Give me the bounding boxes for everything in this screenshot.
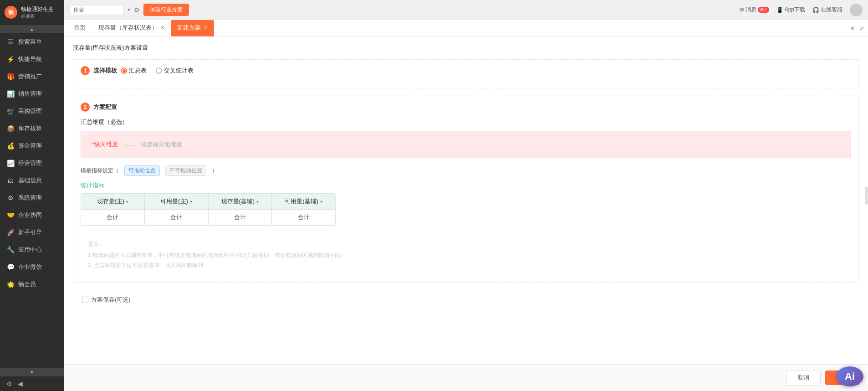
system-icon: ⚙ [6,194,15,202]
indicator-row: 模板指标设定（ 可拖动位置 不可拖动位置 ） [81,165,851,176]
sidebar-item-management[interactable]: 📈 经营管理 [0,154,64,172]
search-dropdown-icon[interactable]: ▾ [128,7,130,13]
settings-bottom-icon[interactable]: ⚙ [6,380,12,387]
expand-panel-button[interactable]: ⤢ [859,25,864,32]
sidebar-item-search[interactable]: ☰ 搜索菜单 [0,33,64,51]
cancel-button[interactable]: 取消 [786,370,821,386]
sidebar-nav: ☰ 搜索菜单 ⚡ 快捷导航 🎁 营销推广 📊 销售管理 🛒 采购管理 📦 库存核… [0,33,64,368]
indicator-suffix: ） [212,167,217,175]
messages-button[interactable]: ✉ 消息 99+ [740,6,769,14]
user-avatar[interactable] [850,4,863,16]
stats-col-0[interactable]: 现存量(主) ▾ [81,194,145,209]
sidebar-item-label: 搜索菜单 [18,38,42,46]
logo-icon: 畅 [5,6,17,19]
radio-summary[interactable]: 汇总表 [121,67,147,75]
dim-placeholder[interactable]: 请选择分组维度 [141,140,182,149]
stats-data-0: 合计 [81,209,145,225]
service-label: 在线客服 [821,6,842,14]
tips-item-1-text: 2. 点击标题栏下拉可设置排序、插入列和删除列 [88,262,203,268]
tab-home[interactable]: 首页 [67,20,92,36]
footer-bar: 取消 查询 [64,364,868,391]
search-input[interactable] [69,5,124,15]
sidebar-item-finance[interactable]: 💰 资金管理 [0,137,64,154]
app-download-button[interactable]: 📱 App下载 [776,6,805,14]
sidebar-item-label: 经营管理 [18,159,42,167]
tab-inventory-close[interactable]: ✕ [160,25,164,31]
sidebar-item-enterprise[interactable]: 🤝 企业协同 [0,206,64,224]
stats-col-2[interactable]: 现存量(基辅) ▾ [209,194,272,209]
inventory-icon: 📦 [6,124,15,133]
sidebar-item-basicinfo[interactable]: 🗂 基础信息 [0,172,64,189]
col-3-chevron: ▾ [320,199,322,204]
topbar-settings-icon[interactable]: ⚙ [134,6,140,14]
sidebar-item-wechat[interactable]: 💬 企业微信 [0,258,64,276]
close-panel-button[interactable]: ✕ [850,25,855,32]
management-icon: 📈 [6,159,15,167]
sidebar-item-system[interactable]: ⚙ 系统管理 [0,189,64,206]
trial-button[interactable]: 体验行业方案 [143,4,189,16]
sidebar-item-vip[interactable]: 🌟 畅会员 [0,276,64,293]
stats-col-3[interactable]: 可用量(基辅) ▾ [272,194,335,209]
page-title: 现存量(库存状况表)方案设置 [73,44,859,52]
sidebar-item-label: 畅会员 [18,280,36,288]
sidebar-item-label: 企业协同 [18,211,42,219]
sidebar-scroll-up[interactable]: ▲ [0,26,64,33]
basicinfo-icon: 🗂 [6,176,15,185]
online-service-button[interactable]: 🎧 在线客服 [812,6,842,14]
indicator-fixed: 不可拖动位置 [165,165,206,176]
step2-badge: 2 [81,103,90,112]
resize-handle[interactable] [865,186,868,205]
sidebar-item-label: 系统管理 [18,194,42,202]
sidebar-item-quicknav[interactable]: ⚡ 快捷导航 [0,51,64,68]
save-label: 方案保存(可选) [91,296,131,304]
stats-label: 统计指标 [81,181,851,190]
stats-col-0-label: 现存量(主) [97,197,125,206]
tab-home-label: 首页 [74,24,86,32]
enterprise-icon: 🤝 [6,211,15,219]
collapse-icon[interactable]: ◀ [18,380,23,387]
sales-icon: 📊 [6,90,15,98]
stats-col-3-label: 可用量(基辅) [285,197,318,206]
radio-summary-label: 汇总表 [129,67,147,75]
step2-header: 2 方案配置 [81,103,851,112]
save-checkbox[interactable] [82,297,88,303]
indicator-label: 模板指标设定（ [81,167,119,175]
app-edition: 标准版 [21,13,54,20]
message-icon: ✉ [740,7,744,13]
msg-label: 消息 [745,6,756,14]
search-menu-icon: ☰ [6,38,15,46]
tab-new-scheme-label: 新建方案 [177,24,201,32]
tab-new-scheme-close[interactable]: ✕ [204,25,208,31]
marketing-icon: 🎁 [6,72,15,81]
tab-inventory[interactable]: 现存量（库存状况表） ✕ [92,20,171,36]
appscenter-icon: 🔧 [6,246,15,254]
sidebar-item-guide[interactable]: 🚀 新手引导 [0,224,64,241]
step1-header: 1 选择模板 汇总表 交叉统计表 [81,66,851,75]
stats-data-2: 合计 [209,209,272,225]
sidebar-scroll-down[interactable]: ▼ [0,368,64,376]
app-name: 畅捷通好生意 [21,5,54,13]
msg-badge: 99+ [758,7,769,13]
ai-badge[interactable]: Ai [836,366,863,386]
dim-dash: —— [123,141,135,148]
step2-title: 方案配置 [93,103,117,111]
sidebar-item-label: 快捷导航 [18,55,42,63]
sidebar-item-appscenter[interactable]: 🔧 应用中心 [0,241,64,258]
topbar-right: ✉ 消息 99+ 📱 App下载 🎧 在线客服 [740,4,863,16]
radio-cross[interactable]: 交叉统计表 [156,67,194,75]
sidebar-item-inventory[interactable]: 📦 库存核算 [0,120,64,137]
main-wrapper: ▾ ⚙ 体验行业方案 ✉ 消息 99+ 📱 App下载 🎧 在线客服 首页 [64,0,868,391]
dimension-area[interactable]: *纵向维度 —— 请选择分组维度 [81,131,851,158]
tips-section: 提示： 1.拖动标题栏可以调整布局，不可跨维度或指标区域拖动栏目字段(只能在同一… [81,235,851,276]
sidebar-item-marketing[interactable]: 🎁 营销推广 [0,68,64,85]
sidebar-item-label: 应用中心 [18,246,42,254]
app-label: App下载 [785,6,805,14]
service-icon: 🎧 [812,7,819,13]
stats-col-1[interactable]: 可用量(主) ▾ [145,194,209,209]
sidebar-item-sales[interactable]: 📊 销售管理 [0,85,64,103]
tab-new-scheme[interactable]: 新建方案 ✕ [171,20,214,36]
col-0-chevron: ▾ [126,199,128,204]
sidebar-item-purchase[interactable]: 🛒 采购管理 [0,103,64,120]
agg-dim-label: 汇总维度（必选） [81,118,851,126]
sidebar-item-label: 资金管理 [18,142,42,150]
